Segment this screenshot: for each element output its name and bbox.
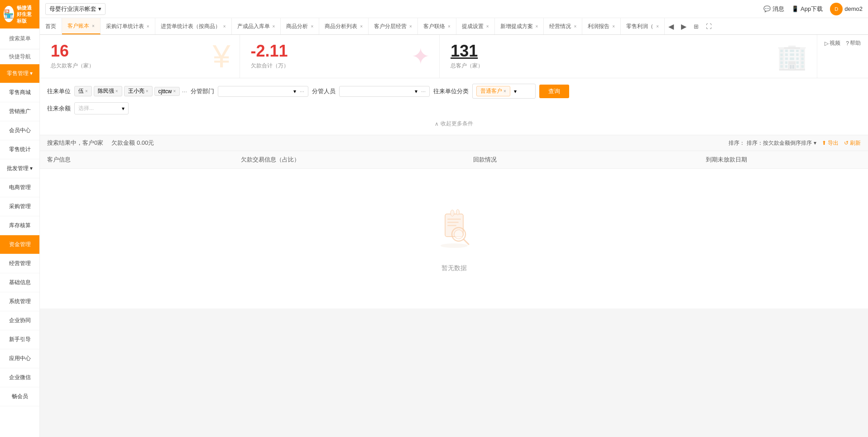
remove-tag-cj[interactable]: × xyxy=(173,89,176,94)
sidebar-item-vip-member[interactable]: 畅会员 xyxy=(0,387,39,406)
svg-point-6 xyxy=(454,230,463,239)
tab-close-accounts-receivable[interactable]: × xyxy=(92,24,95,28)
collapse-icon: ∧ xyxy=(435,121,439,127)
collapse-filters-button[interactable]: ∧ 收起更多条件 xyxy=(435,120,473,128)
person-more-icon[interactable]: ··· xyxy=(421,88,426,95)
tab-close-purchase[interactable]: × xyxy=(147,24,149,29)
tab-scroll-right[interactable]: ▶ xyxy=(677,22,690,31)
remove-tag-chen[interactable]: × xyxy=(115,89,118,94)
sidebar-item-ecommerce[interactable]: 电商管理 xyxy=(0,178,39,197)
col-repay-status: 回款情况 xyxy=(473,156,705,164)
dept-select[interactable]: ▾ ··· xyxy=(218,86,308,97)
tab-close-stock[interactable]: × xyxy=(223,24,226,29)
stat-debt-value: -2.11 xyxy=(251,43,288,59)
tab-product-analysis-list[interactable]: 商品分析列表 × xyxy=(319,18,369,34)
sidebar-item-ops-mgmt[interactable]: 经营管理 xyxy=(0,254,39,273)
sidebar-item-enterprise-coop[interactable]: 企业协同 xyxy=(0,311,39,330)
tab-new-tips-plan[interactable]: 新增提成方案 × xyxy=(495,18,544,34)
balance-filter-label: 往来余额 xyxy=(47,104,71,113)
tab-retail-profit[interactable]: 零售利润（ × xyxy=(621,18,665,34)
dept-more-icon[interactable]: ··· xyxy=(300,88,304,95)
tab-stock-in-stats[interactable]: 进货单统计表（按商品） × xyxy=(155,18,232,34)
refresh-icon: ↺ xyxy=(844,140,849,146)
tab-purchase-order-stats[interactable]: 采购订单统计表 × xyxy=(101,18,155,34)
sidebar-item-fund-mgmt[interactable]: 资金管理 xyxy=(0,235,39,254)
col-debt-info: 欠款交易信息（占比） xyxy=(241,156,473,164)
app-download-button[interactable]: 📱 App下载 xyxy=(791,5,823,13)
sidebar-item-member-center[interactable]: 会员中心 xyxy=(0,121,39,140)
help-link[interactable]: ? 帮助 xyxy=(846,39,861,47)
tab-expand-button[interactable]: ⛶ xyxy=(702,23,715,30)
person-select[interactable]: ▾ ··· xyxy=(339,86,430,97)
avatar: D xyxy=(830,3,843,15)
remove-tag-wu[interactable]: × xyxy=(85,89,88,94)
sidebar-item-enterprise-wx[interactable]: 企业微信 xyxy=(0,368,39,387)
stat-total-debtors: ¥ 16 总欠款客户（家） xyxy=(40,35,240,78)
sidebar-item-zero-retail[interactable]: 零售管理 ▾ xyxy=(0,64,39,83)
tab-close-segment[interactable]: × xyxy=(409,24,412,29)
tab-customer-segment[interactable]: 客户分层经营 × xyxy=(369,18,418,34)
tab-close-profit[interactable]: × xyxy=(612,24,615,29)
remove-tag-wang[interactable]: × xyxy=(146,89,149,94)
help-icon: ? xyxy=(846,40,849,47)
logo-icon: 🏪 xyxy=(4,6,14,22)
sidebar-item-basic-info[interactable]: 基础信息 xyxy=(0,273,39,292)
tab-ops-status[interactable]: 经营情况 × xyxy=(544,18,582,34)
tab-product-analysis[interactable]: 商品分析 × xyxy=(281,18,319,34)
quick-nav-button[interactable]: 快捷导航 xyxy=(0,49,39,64)
unit-category-select[interactable]: 普通客户 × ▾ xyxy=(472,84,536,99)
tab-menu-button[interactable]: ⊞ xyxy=(690,23,702,30)
tab-close-analysis-list[interactable]: × xyxy=(360,24,363,29)
sidebar-item-retail-stats[interactable]: 零售统计 xyxy=(0,140,39,159)
stat-total-debt: ✦ -2.11 欠款合计（万） xyxy=(240,35,440,78)
svg-point-9 xyxy=(456,209,459,215)
unit-filter-label: 往来单位 xyxy=(47,87,71,95)
user-avatar-area[interactable]: D demo2 xyxy=(830,3,863,15)
diamond-icon: ✦ xyxy=(411,43,430,70)
tab-product-stock-in[interactable]: 产成品入库单 × xyxy=(232,18,281,34)
message-button[interactable]: 💬 消息 xyxy=(763,5,784,13)
sidebar-item-app-center[interactable]: 应用中心 xyxy=(0,349,39,368)
tab-close-tips[interactable]: × xyxy=(486,24,489,29)
tab-close-product[interactable]: × xyxy=(273,24,275,29)
remove-category-tag[interactable]: × xyxy=(504,89,506,94)
account-selector[interactable]: 母婴行业演示帐套 ▾ xyxy=(45,3,106,15)
unit-tag-chen: 陈民强 × xyxy=(94,86,122,96)
sidebar-item-new-guide[interactable]: 新手引导 xyxy=(0,330,39,349)
sidebar-item-sys-mgmt[interactable]: 系统管理 xyxy=(0,292,39,311)
empty-icon xyxy=(432,205,477,259)
balance-select[interactable]: 选择... ▾ xyxy=(74,102,129,114)
more-tags-button[interactable]: ··· xyxy=(182,88,187,95)
sidebar-item-zero-mall[interactable]: 零售商城 xyxy=(0,83,39,102)
tab-accounts-receivable[interactable]: 客户账本 × xyxy=(62,18,101,34)
video-link[interactable]: ▷ 视频 xyxy=(825,39,840,47)
sidebar-item-purchase-mgmt[interactable]: 采购管理 xyxy=(0,197,39,216)
tab-close-retail-profit[interactable]: × xyxy=(656,24,659,29)
query-button[interactable]: 查询 xyxy=(539,85,569,98)
sort-selector[interactable]: 排序： 排序：按欠款金额倒序排序 ▾ xyxy=(729,139,816,147)
sidebar-item-marketing[interactable]: 营销推广 xyxy=(0,102,39,121)
tab-close-ops[interactable]: × xyxy=(574,24,576,29)
svg-point-0 xyxy=(441,243,468,248)
tab-home[interactable]: 首页 xyxy=(40,18,62,34)
tab-bar: 首页 客户账本 × 采购订单统计表 × 进货单统计表（按商品） × 产成品入库单… xyxy=(40,18,868,35)
sidebar-item-stock-check[interactable]: 库存核算 xyxy=(0,216,39,235)
tab-close-contact[interactable]: × xyxy=(448,24,451,29)
top-header: 母婴行业演示帐套 ▾ 💬 消息 📱 App下载 D demo2 xyxy=(40,0,868,18)
header-left: 母婴行业演示帐套 ▾ xyxy=(45,3,106,15)
tab-customer-contact[interactable]: 客户联络 × xyxy=(418,18,456,34)
svg-rect-3 xyxy=(447,222,459,223)
export-button[interactable]: ⬆ 导出 xyxy=(822,139,839,147)
yuan-icon: ¥ xyxy=(213,38,230,75)
tab-tips-settings[interactable]: 提成设置 × xyxy=(456,18,495,34)
stat-debtors-label: 总欠款客户（家） xyxy=(51,62,94,70)
video-icon: ▷ xyxy=(825,40,829,47)
sidebar-item-batch-mgmt[interactable]: 批发管理 ▾ xyxy=(0,159,39,178)
dept-select-arrow: ▾ xyxy=(293,88,296,95)
search-menu-button[interactable]: 搜索菜单 xyxy=(4,33,36,44)
tab-close-new-tips[interactable]: × xyxy=(536,24,538,29)
refresh-button[interactable]: ↺ 刷新 xyxy=(844,139,861,147)
tab-profit-report[interactable]: 利润报告 × xyxy=(582,18,621,34)
tab-scroll-left[interactable]: ◀ xyxy=(665,22,677,31)
tab-close-analysis[interactable]: × xyxy=(311,24,313,29)
